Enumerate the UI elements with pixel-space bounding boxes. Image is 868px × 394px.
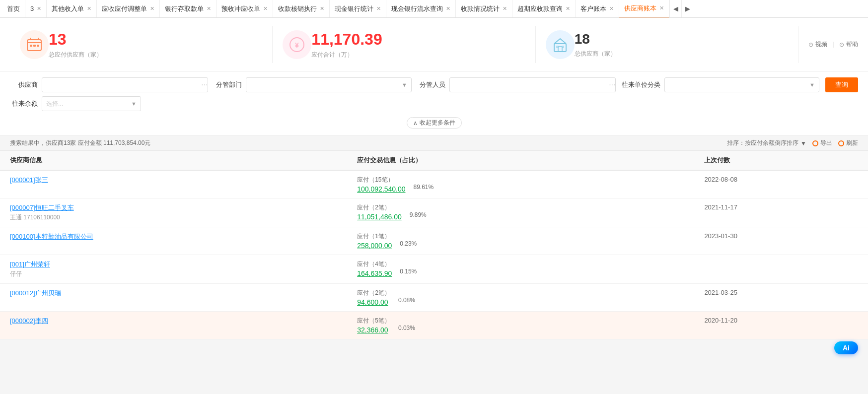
nav-tab-home[interactable]: 首页 [2, 0, 25, 18]
nav-tab-ar-ap-close[interactable]: ✕ [150, 5, 154, 12]
nav-tab-bank-deposit-close[interactable]: ✕ [207, 5, 211, 12]
supplier-link[interactable]: [001]广州荣轩 [10, 261, 50, 268]
nav-tab-receipt-stat[interactable]: 收款情况统计 ✕ [456, 0, 512, 18]
person-input[interactable] [449, 77, 616, 92]
table-row: [000002]李四应付（5笔）32,366.000.03%2020-11-20 [0, 312, 868, 339]
svg-text:¥: ¥ [295, 41, 299, 49]
svg-rect-6 [37, 45, 39, 47]
refresh-icon [838, 140, 844, 146]
tx-amount[interactable]: 32,366.00 [357, 326, 390, 334]
nav-tab-other-income[interactable]: 其他收入单 ✕ [47, 0, 97, 18]
supplier-link[interactable]: [000007]恒旺二手叉车 [10, 204, 74, 211]
supplier-ap-icon [20, 30, 49, 59]
export-label: 导出 [820, 139, 832, 147]
filter-person: 分管人员 ··· [418, 77, 616, 92]
filter-row-1: 供应商 ··· 分管部门 ▼ 分管人员 ··· 往来单位分类 ▼ 查询 [10, 77, 858, 92]
sort-label: 排序：按应付余额倒序排序 [727, 139, 798, 147]
tx-label: 应付（2笔） [357, 289, 390, 296]
table-row: [000001]张三应付（15笔）100,092,540.0089.61%202… [0, 170, 868, 198]
supplier-link[interactable]: [000100]本特勤油品有限公司 [10, 233, 93, 240]
tx-percent: 89.61% [414, 184, 434, 191]
card3-number: 18 [575, 31, 616, 48]
nav-tab-ar-ap-adjust[interactable]: 应收应付调整单 ✕ [97, 0, 160, 18]
top-nav: 首页 3 ✕ 其他收入单 ✕ 应收应付调整单 ✕ 银行存取款单 ✕ 预收冲应收单… [0, 0, 868, 18]
nav-tab-other-income-close[interactable]: ✕ [87, 5, 91, 12]
table-body: [000001]张三应付（15笔）100,092,540.0089.61%202… [0, 170, 868, 339]
nav-tab-overdue-close[interactable]: ✕ [566, 5, 570, 12]
svg-rect-10 [558, 47, 562, 52]
col-tx-info: 应付交易信息（占比） [347, 151, 694, 170]
tx-label: 应付（5笔） [357, 317, 390, 324]
filter-dept: 分管部门 ▼ [214, 77, 412, 92]
last-pay-date: 2021-03-25 [694, 284, 868, 312]
ai-badge[interactable]: Ai [834, 341, 858, 354]
svg-rect-5 [33, 45, 36, 47]
collapse-icon: ∧ [413, 120, 418, 127]
export-button[interactable]: 导出 [812, 139, 832, 147]
supplier-link[interactable]: [000012]广州贝瑞 [10, 289, 61, 297]
nav-tab-customer-close[interactable]: ✕ [609, 5, 614, 12]
nav-tab-3[interactable]: 3 ✕ [25, 0, 47, 18]
nav-tab-3-close[interactable]: ✕ [37, 5, 41, 12]
nav-tab-prepay-close[interactable]: ✕ [263, 5, 268, 12]
tx-label: 应付（2笔） [357, 204, 390, 211]
person-label: 分管人员 [418, 80, 445, 89]
tx-amount[interactable]: 94,600.00 [357, 298, 390, 306]
collapse-button[interactable]: ∧ 收起更多条件 [407, 117, 462, 129]
nav-tab-bank-deposit[interactable]: 银行存取款单 ✕ [160, 0, 217, 18]
balance-placeholder: 选择... [46, 100, 63, 108]
table-row: [000100]本特勤油品有限公司应付（1笔）258,000.000.23%20… [0, 227, 868, 255]
nav-tab-customer[interactable]: 客户账本 ✕ [576, 0, 619, 18]
table-row: [001]广州荣轩仔仔应付（4笔）164,635.900.15% [0, 255, 868, 284]
table-row: [000007]恒旺二手叉车王通 17106110000应付（2笔）11,051… [0, 198, 868, 227]
supplier-input[interactable] [42, 77, 208, 92]
tx-amount[interactable]: 11,051,486.00 [357, 213, 402, 221]
top-right-links: ⊙ 视频 ｜ ⊙ 帮助 [798, 40, 858, 49]
nav-tab-receipt-stat-close[interactable]: ✕ [503, 5, 507, 12]
nav-tab-cash-flow-label: 现金银行流水查询 [391, 4, 443, 13]
nav-tab-prepay[interactable]: 预收冲应收单 ✕ [217, 0, 273, 18]
help-link[interactable]: 帮助 [846, 40, 858, 49]
balance-arrow: ▼ [131, 101, 137, 107]
refresh-button[interactable]: 刷新 [838, 139, 858, 147]
total-supplier-icon [546, 30, 575, 59]
card2-content: 11,170.39 应付合计（万） [311, 30, 382, 59]
ap-total-icon: ¥ [283, 30, 311, 59]
summary-card-1: 13 总应付供应商（家） [10, 26, 273, 63]
filter-section: 供应商 ··· 分管部门 ▼ 分管人员 ··· 往来单位分类 ▼ 查询 往来余额 [0, 71, 868, 136]
filter-row-2: 往来余额 选择... ▼ [10, 96, 209, 111]
nav-prev-arrow[interactable]: ◀ [669, 0, 681, 18]
nav-tab-cash-flow-close[interactable]: ✕ [446, 5, 450, 12]
category-select[interactable]: ▼ [664, 77, 820, 92]
result-bar-right: 排序：按应付余额倒序排序 ▼ 导出 刷新 [727, 139, 858, 147]
balance-select[interactable]: 选择... ▼ [42, 96, 141, 111]
summary-section: 13 总应付供应商（家） ¥ 11,170.39 应付合计（万） 1 [0, 18, 868, 71]
tx-percent: 0.08% [398, 297, 415, 304]
supplier-link[interactable]: [000001]张三 [10, 176, 48, 184]
supplier-link[interactable]: [000002]李四 [10, 317, 48, 325]
category-arrow: ▼ [809, 82, 815, 88]
video-link[interactable]: 视频 [815, 40, 827, 49]
nav-tab-receipt-close[interactable]: ✕ [320, 5, 324, 12]
tx-amount[interactable]: 100,092,540.00 [357, 185, 405, 193]
nav-tab-customer-label: 客户账本 [580, 4, 606, 13]
nav-tab-cash-flow[interactable]: 现金银行流水查询 ✕ [386, 0, 456, 18]
tx-amount[interactable]: 164,635.90 [357, 269, 392, 277]
category-label: 往来单位分类 [622, 80, 660, 89]
nav-tab-cash-bank[interactable]: 现金银行统计 ✕ [330, 0, 386, 18]
nav-tab-supplier[interactable]: 供应商账本 ✕ [619, 0, 669, 18]
nav-tab-supplier-label: 供应商账本 [624, 4, 656, 13]
nav-tab-other-income-label: 其他收入单 [52, 4, 84, 13]
tx-percent: 9.89% [410, 211, 427, 218]
nav-tab-receipt[interactable]: 收款核销执行 ✕ [273, 0, 330, 18]
filter-supplier: 供应商 ··· [10, 77, 208, 92]
sort-dropdown[interactable]: 排序：按应付余额倒序排序 ▼ [727, 139, 806, 147]
nav-tab-overdue[interactable]: 超期应收款查询 ✕ [512, 0, 576, 18]
nav-next-arrow[interactable]: ▶ [681, 0, 693, 18]
dept-select[interactable]: ▼ [246, 77, 412, 92]
nav-tab-cash-bank-close[interactable]: ✕ [376, 5, 381, 12]
supplier-table: 供应商信息 应付交易信息（占比） 上次付数 [000001]张三应付（15笔）1… [0, 151, 868, 339]
nav-tab-supplier-close[interactable]: ✕ [659, 5, 664, 11]
tx-amount[interactable]: 258,000.00 [357, 242, 392, 250]
query-button[interactable]: 查询 [825, 77, 858, 92]
